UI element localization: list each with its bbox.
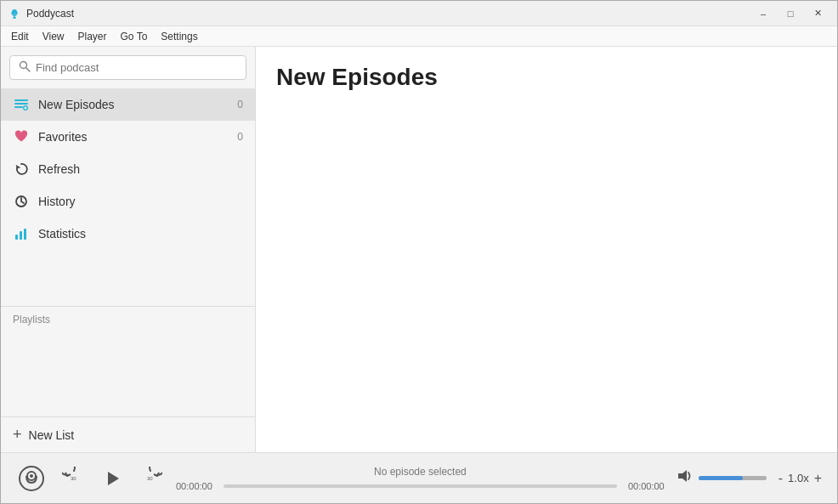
play-button[interactable] bbox=[99, 466, 125, 491]
search-box[interactable] bbox=[9, 55, 246, 80]
forward-icon: 30 bbox=[139, 467, 162, 490]
speed-plus-button[interactable]: + bbox=[813, 471, 824, 486]
volume-fill bbox=[699, 476, 743, 480]
speed-value: 1.0x bbox=[788, 472, 809, 484]
rewind-icon: 30 bbox=[62, 467, 86, 490]
app-title: Poddycast bbox=[26, 8, 74, 20]
podcast-icon-button[interactable] bbox=[14, 462, 48, 496]
svg-point-15 bbox=[20, 467, 43, 490]
svg-text:30: 30 bbox=[71, 476, 76, 481]
menu-settings[interactable]: Settings bbox=[154, 29, 204, 44]
search-icon bbox=[19, 60, 31, 75]
volume-track[interactable] bbox=[699, 476, 767, 480]
menu-goto[interactable]: Go To bbox=[114, 29, 155, 44]
title-bar: Poddycast – □ ✕ bbox=[1, 1, 837, 26]
refresh-icon bbox=[13, 161, 30, 177]
minimize-button[interactable]: – bbox=[750, 5, 776, 22]
statistics-label: Statistics bbox=[38, 227, 86, 241]
svg-line-4 bbox=[26, 68, 31, 72]
playlists-label: Playlists bbox=[1, 307, 255, 329]
playlists-area: Playlists bbox=[1, 306, 255, 416]
title-bar-left: Poddycast bbox=[8, 7, 74, 20]
history-icon bbox=[13, 194, 30, 209]
time-end: 00:00:00 bbox=[624, 481, 665, 491]
svg-point-17 bbox=[30, 474, 33, 478]
refresh-label: Refresh bbox=[38, 162, 80, 176]
stats-icon bbox=[13, 226, 30, 241]
app-icon bbox=[8, 7, 21, 20]
svg-text:30: 30 bbox=[147, 476, 153, 481]
sidebar-item-statistics[interactable]: Statistics bbox=[1, 218, 255, 250]
volume-icon bbox=[675, 467, 694, 490]
main-layout: New Episodes 0 Favorites 0 bbox=[1, 47, 837, 452]
play-icon bbox=[103, 469, 122, 488]
player-bar: 30 30 No episode selected 00:00:00 00:00… bbox=[1, 452, 837, 503]
sidebar-item-refresh[interactable]: Refresh bbox=[1, 153, 255, 185]
history-label: History bbox=[38, 195, 76, 208]
search-input[interactable] bbox=[36, 61, 237, 74]
nav-section: New Episodes 0 Favorites 0 bbox=[1, 88, 255, 306]
svg-marker-21 bbox=[678, 470, 687, 482]
maximize-button[interactable]: □ bbox=[778, 5, 803, 22]
player-progress-area: No episode selected 00:00:00 00:00:00 bbox=[176, 466, 665, 491]
svg-rect-13 bbox=[20, 231, 22, 240]
lines-icon bbox=[13, 97, 30, 112]
player-progress-row: 00:00:00 00:00:00 bbox=[176, 481, 665, 491]
heart-icon bbox=[13, 129, 30, 144]
new-list-button[interactable]: + New List bbox=[1, 416, 255, 452]
menu-player[interactable]: Player bbox=[71, 29, 113, 44]
sidebar-item-new-episodes[interactable]: New Episodes 0 bbox=[1, 88, 255, 121]
podcast-play-icon bbox=[18, 465, 45, 492]
sidebar-item-history[interactable]: History bbox=[1, 185, 255, 218]
progress-bar[interactable] bbox=[224, 484, 617, 488]
svg-rect-12 bbox=[15, 235, 18, 240]
close-button[interactable]: ✕ bbox=[805, 5, 830, 22]
menu-view[interactable]: View bbox=[36, 29, 71, 44]
svg-marker-19 bbox=[108, 472, 119, 485]
plus-icon: + bbox=[13, 426, 22, 444]
search-container bbox=[1, 47, 255, 88]
volume-area bbox=[675, 467, 767, 490]
favorites-badge: 0 bbox=[237, 131, 243, 143]
new-list-label: New List bbox=[29, 428, 75, 442]
new-episodes-label: New Episodes bbox=[38, 98, 115, 111]
content-area: New Episodes bbox=[256, 47, 837, 452]
menu-bar: Edit View Player Go To Settings bbox=[1, 26, 837, 47]
time-start: 00:00:00 bbox=[176, 481, 217, 491]
menu-edit[interactable]: Edit bbox=[4, 29, 36, 44]
player-status: No episode selected bbox=[374, 466, 467, 478]
new-episodes-badge: 0 bbox=[237, 99, 243, 110]
speed-area: - 1.0x + bbox=[777, 471, 824, 486]
favorites-label: Favorites bbox=[38, 130, 88, 144]
forward-button[interactable]: 30 bbox=[135, 463, 166, 494]
title-bar-controls: – □ ✕ bbox=[750, 5, 830, 22]
page-title: New Episodes bbox=[276, 64, 817, 91]
sidebar: New Episodes 0 Favorites 0 bbox=[1, 47, 256, 452]
speed-minus-button[interactable]: - bbox=[777, 471, 784, 486]
sidebar-item-favorites[interactable]: Favorites 0 bbox=[1, 121, 255, 153]
svg-rect-14 bbox=[24, 229, 26, 240]
rewind-button[interactable]: 30 bbox=[59, 463, 89, 494]
